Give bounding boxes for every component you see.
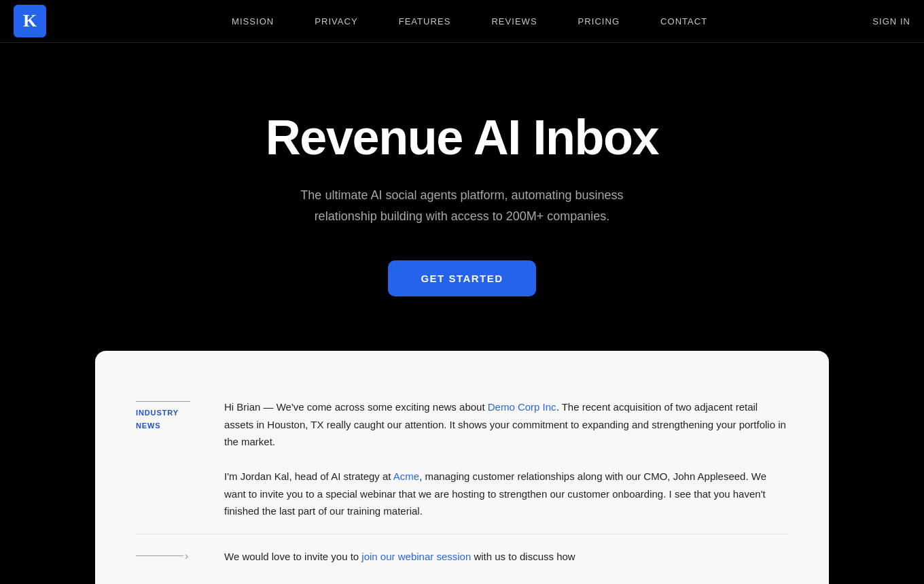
nav-privacy[interactable]: PRIVACY [315, 16, 357, 27]
email-card: INDUSTRYNEWS Hi Brian — We've come acros… [95, 351, 829, 584]
webinar-session-link[interactable]: join our webinar session [361, 551, 471, 562]
hero-subtitle: The ultimate AI social agents platform, … [292, 185, 632, 226]
nav-signin[interactable]: SIGN IN [872, 16, 910, 27]
nav-features[interactable]: FEATURES [399, 16, 451, 27]
email-content-2: We would love to invite you to join our … [224, 548, 788, 566]
logo-letter: K [23, 11, 37, 31]
arrow-head-icon: › [185, 551, 188, 562]
nav-contact[interactable]: CONTACT [660, 16, 707, 27]
tag-arrow: › [136, 548, 204, 562]
tag-industry-news: INDUSTRYNEWS [136, 398, 204, 431]
email-body: INDUSTRYNEWS Hi Brian — We've come acros… [136, 385, 788, 579]
logo[interactable]: K [14, 5, 46, 37]
nav-links: MISSION PRIVACY FEATURES REVIEWS PRICING… [67, 16, 872, 27]
card-section: INDUSTRYNEWS Hi Brian — We've come acros… [0, 351, 924, 584]
nav-reviews[interactable]: REVIEWS [491, 16, 537, 27]
arrow-line [136, 555, 183, 556]
acme-link[interactable]: Acme [393, 470, 419, 482]
hero-title: Revenue AI Inbox [266, 111, 658, 165]
email-content-1: Hi Brian — We've come across some exciti… [224, 398, 788, 520]
email-row-1: INDUSTRYNEWS Hi Brian — We've come acros… [136, 385, 788, 534]
nav-mission[interactable]: MISSION [232, 16, 274, 27]
tag-text-industry: INDUSTRYNEWS [136, 409, 179, 429]
demo-corp-link[interactable]: Demo Corp Inc [488, 401, 556, 413]
arrow-indicator: › [136, 551, 204, 562]
navbar: K MISSION PRIVACY FEATURES REVIEWS PRICI… [0, 0, 924, 43]
email-row-2: › We would love to invite you to join ou… [136, 534, 788, 579]
hero-section: Revenue AI Inbox The ultimate AI social … [0, 43, 924, 351]
nav-pricing[interactable]: PRICING [578, 16, 620, 27]
get-started-button[interactable]: GET STARTED [388, 260, 535, 296]
tag-line [136, 401, 190, 402]
